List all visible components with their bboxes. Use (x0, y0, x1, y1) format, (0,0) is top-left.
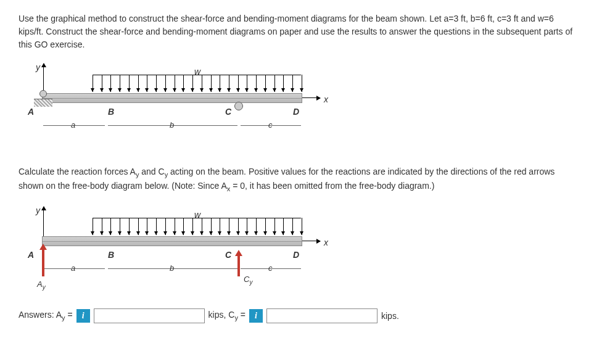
reaction-label-Ay: Ay (37, 279, 46, 291)
dim-c-label: c (268, 120, 273, 130)
reaction-arrow-Ay (42, 249, 44, 276)
y-axis-label: y (36, 62, 40, 72)
input-Ay[interactable] (94, 308, 205, 323)
info-icon[interactable]: i (76, 309, 90, 323)
unit-label-1: kips, Cy = (208, 310, 245, 321)
point-B-label-fbd: B (108, 250, 114, 260)
input-Cy[interactable] (266, 308, 377, 323)
distributed-load-arrows (93, 75, 302, 93)
roller-support-C (234, 102, 243, 110)
beam-element-fbd (42, 236, 302, 246)
point-C-label: C (225, 107, 231, 117)
y-axis-label-fbd: y (36, 205, 40, 215)
unit-label-2: kips. (381, 311, 399, 321)
beam-element (42, 93, 302, 103)
dim-c-label-fbd: c (268, 263, 273, 273)
point-A-label: A (28, 107, 34, 117)
point-C-label-fbd: C (225, 250, 231, 260)
free-body-diagram: y x w A B C D a b c Ay Cy (31, 207, 308, 290)
point-B-label: B (108, 107, 114, 117)
dim-b-label-fbd: b (170, 263, 174, 273)
reaction-label-Cy: Cy (244, 275, 252, 286)
dim-a-label: a (71, 120, 75, 130)
point-D-label-fbd: D (293, 250, 299, 260)
instruction-text: Calculate the reaction forces Ay and Cy … (19, 165, 575, 194)
beam-diagram: y x w A B C D a b c (31, 64, 308, 147)
answers-row: Answers: Ay = i kips, Cy = i kips. (19, 308, 575, 323)
answers-label: Answers: Ay = (19, 310, 73, 321)
pin-support-A (34, 90, 52, 109)
x-axis-label-fbd: x (324, 238, 328, 247)
dim-b-label: b (170, 120, 174, 130)
y-axis-fbd (43, 207, 44, 241)
reaction-arrow-Cy (237, 255, 240, 276)
distributed-load-arrows-fbd (93, 218, 302, 236)
dim-a-label-fbd: a (71, 263, 75, 273)
x-axis-label: x (324, 94, 328, 104)
problem-statement: Use the graphical method to construct th… (19, 12, 575, 51)
point-D-label: D (293, 107, 299, 117)
point-A-label-fbd: A (28, 250, 34, 260)
info-icon[interactable]: i (249, 309, 263, 323)
